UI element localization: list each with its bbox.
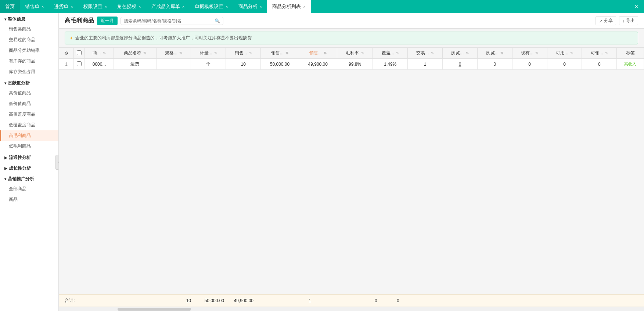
row-browse1[interactable]: 0 [443,59,478,70]
col-transaction[interactable]: 交易... ⇅ [408,48,443,59]
sort-icon-name: ⇅ [143,51,146,55]
nav-role-auth[interactable]: 角色授权 × [112,0,146,13]
arrow-icon-5: ▾ [4,177,6,181]
nav-template-settings[interactable]: 单据模板设置 × [190,0,233,13]
sidebar-item-low-value[interactable]: 低价值商品 [0,98,58,109]
col-gross-margin[interactable]: 毛利率 ⇅ [337,48,373,59]
sidebar-item-high-margin[interactable]: 高毛利商品 [0,130,58,141]
sidebar-item-category-rate[interactable]: 商品分类助销率 [0,45,58,56]
scrollbar-thumb[interactable] [118,308,191,311]
col-name[interactable]: 商品名称 ⇅ [114,48,156,59]
select-all-checkbox[interactable] [77,50,82,55]
footer-label: 合计: [65,297,75,304]
sidebar-item-traded-goods[interactable]: 交易过的商品 [0,35,58,45]
browse1-link[interactable]: 0 [459,62,461,67]
col-sales-profit[interactable]: 销售... ⇅ [299,48,337,59]
close-product-inbound[interactable]: × [182,4,184,9]
sidebar-item-new-goods[interactable]: 新品 [0,194,58,205]
sidebar-group-growth[interactable]: ▶ 成长性分析 [0,162,58,173]
row-checkbox-cell[interactable] [74,59,85,70]
close-product-analysis[interactable]: × [260,4,262,9]
close-template-settings[interactable]: × [226,4,228,9]
sort-icon-spec: ⇅ [179,51,182,55]
nav-sales-order[interactable]: 销售单 × [20,0,49,13]
row-name: 运费 [114,59,156,70]
export-icon: ↓ [622,18,625,23]
row-gross-margin: 99.8% [337,59,373,70]
row-code: 0000... [85,59,114,70]
time-filter-button[interactable]: 近一月 [97,17,118,25]
col-browse1[interactable]: 浏览... ⇅ [443,48,478,59]
table-row: 1 0000... 运费 个 10 50,000.00 49,900.00 99… [59,59,644,70]
sidebar-group-marketing[interactable]: ▾ 营销推广分析 [0,173,58,184]
table-footer: 合计: 10 50,000.00 49,900.00 1 0 0 [59,294,644,307]
nav-product-inbound[interactable]: 产成品入库单 × [146,0,190,13]
sort-icon-current-stock: ⇅ [535,51,538,55]
nav-product-analysis[interactable]: 商品分析 × [233,0,267,13]
close-sales-order[interactable]: × [42,4,44,9]
sidebar-collapse-button[interactable]: « [55,155,59,170]
col-sales-qty[interactable]: 销售... ⇅ [226,48,261,59]
row-browse2: 0 [477,59,512,70]
nav-permission-settings[interactable]: 权限设置 × [78,0,112,13]
col-unit[interactable]: 计量... ⇅ [191,48,226,59]
col-sales-amount[interactable]: 销售... ⇅ [261,48,299,59]
row-transaction: 1 [408,59,443,70]
footer-sales-amount: 50,000.00 [199,298,229,303]
sidebar-item-high-value[interactable]: 高价值商品 [0,88,58,98]
share-button[interactable]: ↗ 分享 [596,16,616,25]
col-available-stock[interactable]: 可用... ⇅ [547,48,582,59]
row-tag: 高收入 [617,59,644,70]
row-coverage: 1.49% [373,59,408,70]
sidebar-group-liquidity[interactable]: ▶ 流通性分析 [0,152,58,162]
search-input[interactable] [124,18,215,23]
close-role-auth[interactable]: × [138,4,141,9]
sidebar-group-overall[interactable]: ▾ 整体信息 [0,13,58,24]
sidebar-item-high-coverage[interactable]: 高覆盖度商品 [0,109,58,120]
share-icon: ↗ [599,18,602,23]
close-product-analysis-list[interactable]: × [303,4,305,9]
search-icon[interactable]: 🔍 [215,18,220,23]
sort-icon-code: ⇅ [103,51,106,55]
col-code[interactable]: 商... ⇅ [85,48,114,59]
nav-product-analysis-list[interactable]: 商品分析列表 × [267,0,310,13]
col-settings[interactable]: ⚙ [59,48,74,59]
row-checkbox[interactable] [77,61,82,66]
tag-label: 高收入 [624,62,636,66]
sidebar-item-stock-goods[interactable]: 有库存的商品 [0,56,58,66]
sidebar-item-low-coverage[interactable]: 低覆盖度商品 [0,120,58,130]
sidebar-item-sales-goods[interactable]: 销售类商品 [0,24,58,35]
arrow-icon-4: ▶ [4,166,7,170]
table-container: ⚙ 商... ⇅ 商品名称 ⇅ 规格... [59,47,644,294]
footer-current-stock: 0 [365,298,387,303]
arrow-icon-3: ▶ [4,156,7,160]
row-spec [156,59,191,70]
export-button[interactable]: ↓ 导出 [619,16,638,25]
top-nav: 首页 销售单 × 进货单 × 权限设置 × 角色授权 × 产成品入库单 × 单据… [0,0,644,13]
col-saleable-stock[interactable]: 可销... ⇅ [582,48,617,59]
col-tag[interactable]: 标签 [617,48,644,59]
row-sales-amount: 50,000.00 [261,59,299,70]
arrow-icon: ▾ [4,17,6,21]
col-checkbox[interactable] [74,48,85,59]
sidebar-group-contribution[interactable]: ▾ 贡献度分析 [0,77,58,88]
col-browse2[interactable]: 浏览... ⇅ [477,48,512,59]
sidebar-item-all-goods[interactable]: 全部商品 [0,184,58,194]
col-coverage[interactable]: 覆盖... ⇅ [373,48,408,59]
window-close-button[interactable]: × [629,0,644,13]
col-spec[interactable]: 规格... ⇅ [156,48,191,59]
nav-purchase-order[interactable]: 进货单 × [49,0,78,13]
arrow-icon-2: ▾ [4,81,6,85]
close-permission-settings[interactable]: × [105,4,107,9]
footer-available-stock: 0 [387,298,409,303]
horizontal-scrollbar[interactable] [59,307,644,311]
nav-home[interactable]: 首页 [0,0,20,13]
sidebar-item-low-margin[interactable]: 低毛利商品 [0,141,58,152]
close-purchase-order[interactable]: × [71,4,73,9]
table-header-row: ⚙ 商... ⇅ 商品名称 ⇅ 规格... [59,48,644,59]
sidebar-item-stock-capital[interactable]: 库存资金占用 [0,66,58,77]
footer-transaction: 1 [299,298,321,303]
col-current-stock[interactable]: 现有... ⇅ [512,48,547,59]
sort-icon-saleable-stock: ⇅ [605,51,608,55]
info-banner: ✦ 企业的主要的利润都是这部分商品创造的，可考虑加大推广，同时关注库存是不要出现… [65,32,638,44]
